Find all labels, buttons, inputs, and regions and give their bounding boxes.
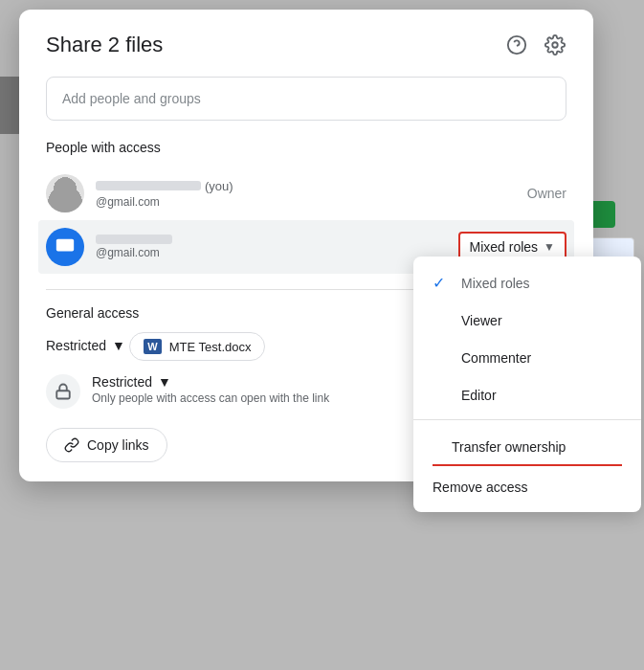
access-description: Only people with access can open with th… [92,391,329,405]
chevron-down-icon: ▼ [544,240,555,254]
people-section-label: People with access [46,140,566,155]
restricted-dropdown-button[interactable]: Restricted ▼ [46,334,125,357]
person-info-owner: (you) @gmail.com [96,179,516,209]
owner-you-label: (you) [205,179,233,193]
copy-links-label: Copy links [87,437,149,453]
add-people-input[interactable]: Add people and groups [46,77,566,121]
avatar-person2 [46,228,84,266]
file-chip-label: MTE Test.docx [169,340,252,354]
help-button[interactable] [505,34,528,56]
dropdown-divider [413,419,641,420]
dropdown-item-commenter[interactable]: ✓ Commenter [413,339,641,376]
dropdown-item-mixed-roles[interactable]: ✓ Mixed roles [413,264,641,302]
person-info-2: @gmail.com [96,234,447,259]
dropdown-viewer-label: Viewer [461,313,502,328]
person-name-row-owner: (you) [96,179,516,193]
dropdown-mixed-roles-label: Mixed roles [461,276,530,291]
header-icons [505,34,566,56]
svg-point-2 [552,42,558,48]
checkmark-icon: ✓ [433,274,452,292]
access-title-row[interactable]: Restricted ▼ [92,374,329,390]
dialog-header: Share 2 files [46,33,566,57]
dropdown-item-viewer[interactable]: ✓ Viewer [413,302,641,339]
transfer-ownership-label: Transfer ownership [452,439,566,455]
person-row-owner: (you) @gmail.com Owner [46,167,566,220]
transfer-ownership-container: Transfer ownership [413,426,641,470]
owner-name-redacted [96,181,201,190]
remove-access-label: Remove access [433,480,528,495]
remove-access-item[interactable]: Remove access [413,470,641,504]
file-chip[interactable]: W MTE Test.docx [129,332,265,361]
access-chevron-icon: ▼ [158,374,171,390]
mixed-roles-label: Mixed roles [470,239,539,255]
role-dropdown-menu: ✓ Mixed roles ✓ Viewer ✓ Commenter ✓ Edi… [413,257,641,512]
person2-email: @gmail.com [96,246,447,259]
search-placeholder: Add people and groups [62,91,201,106]
restricted-label: Restricted [46,338,106,353]
person-name-row-2 [96,234,447,244]
dropdown-editor-label: Editor [461,388,497,403]
dialog-title: Share 2 files [46,33,163,57]
owner-role: Owner [527,186,566,201]
dropdown-item-editor[interactable]: ✓ Editor [413,376,641,413]
person2-name-redacted [96,234,172,244]
access-title-text: Restricted [92,374,152,390]
avatar-owner [46,174,84,212]
lock-icon [46,374,80,409]
access-info: Restricted ▼ Only people with access can… [92,374,329,405]
avatar-owner-image [46,174,84,212]
word-icon: W [144,339,161,354]
settings-button[interactable] [544,34,566,56]
owner-email: @gmail.com [96,195,516,209]
transfer-ownership-item[interactable]: Transfer ownership [433,430,622,466]
svg-rect-5 [56,391,70,398]
restricted-chevron-icon: ▼ [112,338,125,353]
copy-links-button[interactable]: Copy links [46,428,167,462]
svg-rect-3 [56,239,74,252]
dropdown-commenter-label: Commenter [461,350,531,366]
